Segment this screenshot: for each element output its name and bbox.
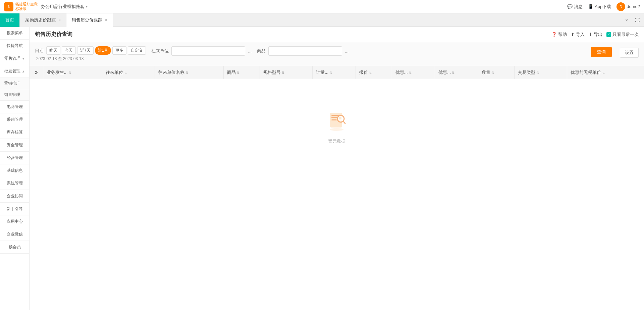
th-biz-date[interactable]: 业务发生...⇅ [43, 66, 102, 79]
empty-state-text: 暂元数据 [328, 138, 345, 144]
download-icon: 📱 [588, 4, 593, 9]
date-range-text: 2023-02-18 至 2023-03-18 [36, 56, 146, 62]
sidebar-item-vip[interactable]: 畅会员 [0, 241, 29, 254]
sidebar-item-guide[interactable]: 新手引导 [0, 203, 29, 215]
user-area[interactable]: D demo2 [616, 2, 640, 11]
sidebar-item-retail-mgmt[interactable]: 零售管理 ▼ [0, 52, 29, 65]
content-area: 销售历史价查询 ❓ 帮助 ⬆ 导入 ⬇ 导出 ✓ 只看最后一次 [30, 27, 644, 310]
date-btn-today[interactable]: 今天 [62, 46, 76, 55]
page-header-actions: ❓ 帮助 ⬆ 导入 ⬇ 导出 ✓ 只看最后一次 [551, 32, 639, 42]
sidebar-item-operations[interactable]: 经营管理 [0, 152, 29, 164]
sidebar-item-enterprise-collab[interactable]: 企业协同 [0, 190, 29, 203]
message-icon: 💬 [567, 4, 573, 9]
th-counterparty-name[interactable]: 往来单位名称⇅ [155, 66, 224, 79]
help-btn[interactable]: ❓ 帮助 [551, 32, 567, 38]
tab-home[interactable]: 首页 [0, 13, 20, 27]
filter-bar: 日期 昨天 今天 近7天 近1月 更多 自定义 2023-02-18 至 202… [30, 42, 644, 66]
app-title-dropdown-icon[interactable]: ▾ [86, 5, 88, 8]
sidebar-item-finance[interactable]: 资金管理 [0, 139, 29, 152]
date-btn-yesterday[interactable]: 昨天 [46, 46, 60, 55]
tab-sales-history-close[interactable]: × [105, 18, 107, 22]
import-btn[interactable]: ⬆ 导入 [571, 32, 585, 38]
th-pretax-price[interactable]: 优惠前无税单价⇅ [567, 66, 644, 79]
tab-purchase-history[interactable]: 采购历史价跟踪 × [20, 13, 66, 27]
date-filter-row: 日期 昨天 今天 近7天 近1月 更多 自定义 [35, 46, 146, 55]
empty-icon [323, 106, 350, 133]
tab-home-label: 首页 [5, 17, 14, 23]
tab-purchase-history-label: 采购历史价跟踪 [25, 17, 56, 23]
sidebar-item-inventory[interactable]: 库存核算 [0, 126, 29, 139]
table-container: ⚙ 业务发生...⇅ 往来单位⇅ 往来单位名称⇅ 商品⇅ [30, 66, 644, 310]
th-spec[interactable]: 规格型号⇅ [260, 66, 313, 79]
sort-icon-spec: ⇅ [282, 71, 284, 74]
sidebar-app-center-label: 应用中心 [7, 219, 23, 224]
header-right: 💬 消息 📱 App下载 D demo2 [567, 2, 640, 11]
sidebar-item-enterprise-wechat[interactable]: 企业微信 [0, 228, 29, 241]
th-unit[interactable]: 计量...⇅ [313, 66, 356, 79]
help-icon: ❓ [551, 32, 557, 37]
only-last-checkbox[interactable]: ✓ 只看最后一次 [606, 32, 639, 38]
sidebar-item-purchase-mgmt[interactable]: 采购管理 [0, 113, 29, 126]
sidebar-item-sales-mgmt[interactable]: 销售管理 [0, 89, 29, 101]
tab-purchase-history-close[interactable]: × [58, 18, 61, 22]
th-product[interactable]: 商品⇅ [224, 66, 260, 79]
date-filter-group: 日期 昨天 今天 近7天 近1月 更多 自定义 2023-02-18 至 202… [35, 46, 146, 62]
sort-icon-unit: ⇅ [329, 71, 332, 74]
sidebar-sales-mgmt-label: 销售管理 [4, 92, 20, 97]
date-btn-custom[interactable]: 自定义 [128, 46, 146, 55]
sidebar-item-wholesale-mgmt[interactable]: 批发管理 ▲ [0, 65, 29, 78]
th-discount1[interactable]: 优惠...⇅ [392, 66, 435, 79]
th-counterparty[interactable]: 往来单位⇅ [102, 66, 155, 79]
search-btn[interactable]: 查询 [591, 47, 612, 57]
export-btn[interactable]: ⬇ 导出 [589, 32, 602, 38]
product-filter: 商品 ... [257, 46, 348, 56]
message-btn[interactable]: 💬 消息 [567, 4, 583, 10]
sidebar-enterprise-collab-label: 企业协同 [7, 193, 23, 199]
empty-state: 暂元数据 [30, 79, 644, 171]
sidebar-item-system-mgmt[interactable]: 系统管理 [0, 177, 29, 190]
sidebar-item-search-menu[interactable]: 搜索菜单 [0, 27, 29, 40]
tab-bar: 首页 采购历史价跟踪 × 销售历史价跟踪 × × ⛶ [0, 13, 644, 27]
counterparty-input[interactable] [171, 46, 245, 56]
date-btn-more[interactable]: 更多 [112, 46, 126, 55]
sidebar-item-quick-nav[interactable]: 快捷导航 [0, 40, 29, 52]
sort-icon-pretax-price: ⇅ [602, 71, 605, 74]
th-discount2[interactable]: 优惠...⇅ [435, 66, 478, 79]
settings-icon[interactable]: ⚙ [33, 70, 40, 75]
svg-point-9 [339, 117, 341, 119]
product-dots[interactable]: ... [345, 49, 348, 54]
app-download-btn[interactable]: 📱 App下载 [588, 4, 611, 10]
sidebar-system-mgmt-label: 系统管理 [7, 180, 23, 186]
th-trade-type[interactable]: 交易类型⇅ [514, 66, 567, 79]
page-header: 销售历史价查询 ❓ 帮助 ⬆ 导入 ⬇ 导出 ✓ 只看最后一次 [30, 27, 644, 42]
sidebar-vip-label: 畅会员 [9, 244, 21, 250]
app-title-area[interactable]: 办公用品行业模拟账套 ▾ [41, 4, 88, 10]
sidebar-item-ecommerce[interactable]: 电商管理 [0, 101, 29, 113]
sidebar-item-app-center[interactable]: 应用中心 [0, 215, 29, 228]
tab-actions: × ⛶ [623, 16, 644, 24]
product-input[interactable] [268, 46, 342, 56]
top-header: 6 畅捷通好生意 标准版 办公用品行业模拟账套 ▾ 💬 消息 📱 App下载 D… [0, 0, 644, 13]
sidebar-item-basic-info[interactable]: 基础信息 [0, 164, 29, 177]
date-btn-last7[interactable]: 近7天 [77, 46, 94, 55]
sidebar-item-marketing[interactable]: 营销推广 [0, 78, 29, 89]
sidebar-enterprise-wechat-label: 企业微信 [7, 231, 23, 237]
main-layout: 搜索菜单 快捷导航 零售管理 ▼ 批发管理 ▲ 营销推广 销售管理 电商管理 采… [0, 27, 644, 310]
tab-expand-btn[interactable]: ⛶ [633, 16, 641, 24]
sort-icon-quantity: ⇅ [491, 71, 494, 74]
counterparty-label: 往来单位 [151, 48, 169, 54]
tab-sales-history[interactable]: 销售历史价跟踪 × [66, 13, 113, 27]
sidebar-operations-label: 经营管理 [7, 155, 23, 161]
sort-icon-discount1: ⇅ [409, 71, 412, 74]
settings-btn[interactable]: 设置 [620, 48, 639, 58]
sort-icon-product: ⇅ [237, 71, 239, 74]
th-settings[interactable]: ⚙ [30, 66, 43, 79]
header-left: 6 畅捷通好生意 标准版 办公用品行业模拟账套 ▾ [4, 2, 88, 11]
counterparty-dots[interactable]: ... [248, 49, 252, 54]
th-quoted-price[interactable]: 报价⇅ [356, 66, 392, 79]
import-icon: ⬆ [571, 32, 575, 37]
sidebar-inventory-label: 库存核算 [7, 130, 23, 135]
th-quantity[interactable]: 数量⇅ [478, 66, 514, 79]
date-btn-last1m[interactable]: 近1月 [95, 46, 111, 55]
tab-close-all-btn[interactable]: × [623, 16, 631, 24]
